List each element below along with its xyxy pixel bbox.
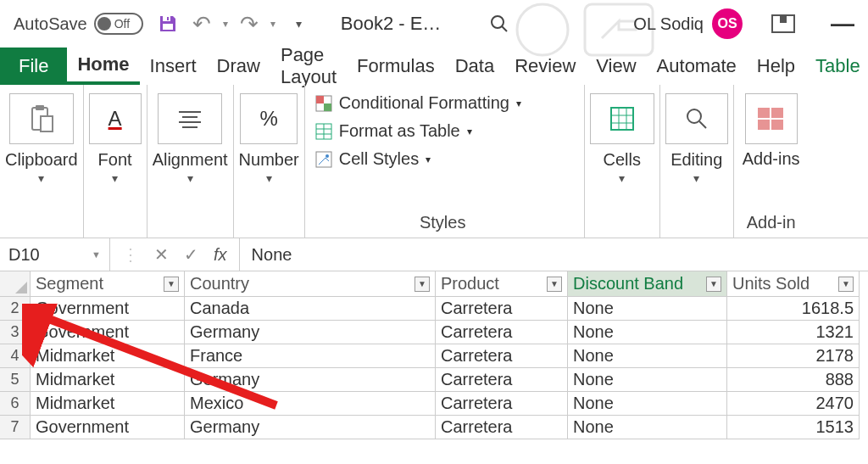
conditional-formatting-button[interactable]: Conditional Formatting ▾: [315, 93, 570, 113]
column-header-discount-band[interactable]: Discount Band ▼: [568, 271, 727, 297]
tab-review[interactable]: Review: [504, 48, 586, 85]
enter-icon[interactable]: ✓: [184, 244, 198, 265]
tab-data[interactable]: Data: [445, 48, 504, 85]
tab-table[interactable]: Table: [805, 48, 868, 85]
search-icon[interactable]: [488, 13, 510, 35]
fx-icon[interactable]: fx: [214, 245, 227, 265]
toggle-switch[interactable]: Off: [94, 13, 143, 35]
cell[interactable]: Midmarket: [31, 392, 185, 416]
column-header-country[interactable]: Country ▼: [185, 271, 436, 297]
chevron-down-icon[interactable]: ▾: [112, 171, 118, 185]
undo-icon[interactable]: ↶: [192, 11, 211, 37]
cells-label[interactable]: Cells: [603, 149, 640, 170]
chevron-down-icon[interactable]: ▾: [187, 171, 193, 185]
clipboard-label[interactable]: Clipboard: [5, 149, 78, 170]
cell-styles-button[interactable]: Cell Styles ▾: [315, 149, 570, 169]
user-account[interactable]: OL Sodiq OS: [633, 8, 743, 39]
alignment-icon[interactable]: [158, 93, 222, 144]
cell[interactable]: None: [568, 368, 727, 392]
percent-icon[interactable]: %: [240, 93, 297, 144]
cell[interactable]: Germany: [185, 416, 436, 439]
cell[interactable]: Carretera: [436, 416, 568, 439]
cell[interactable]: Government: [31, 321, 185, 344]
cell[interactable]: Germany: [185, 321, 436, 344]
cell[interactable]: 1513: [727, 416, 860, 439]
filter-dropdown-icon[interactable]: ▼: [164, 277, 179, 292]
cell[interactable]: 888: [727, 368, 860, 392]
addins-label[interactable]: Add-ins: [743, 149, 800, 169]
tab-file[interactable]: File: [0, 48, 67, 85]
tab-home[interactable]: Home: [67, 48, 139, 85]
ribbon-display-icon[interactable]: [771, 14, 795, 33]
column-header-units-sold[interactable]: Units Sold ▼: [727, 271, 860, 297]
formula-input[interactable]: None: [240, 245, 868, 265]
select-all-triangle[interactable]: [0, 271, 31, 297]
filter-dropdown-icon[interactable]: ▼: [547, 277, 562, 292]
cancel-icon[interactable]: ✕: [154, 244, 169, 265]
row-header[interactable]: 2: [0, 297, 31, 321]
addins-icon[interactable]: [745, 93, 798, 144]
cell[interactable]: Germany: [185, 368, 436, 392]
minimize-icon[interactable]: —: [831, 10, 854, 37]
column-header-segment[interactable]: Segment ▼: [31, 271, 185, 297]
cell[interactable]: Carretera: [436, 297, 568, 321]
tab-page-layout[interactable]: Page Layout: [270, 48, 347, 85]
editing-icon[interactable]: [665, 93, 728, 144]
filter-dropdown-icon[interactable]: ▼: [415, 277, 430, 292]
cell[interactable]: None: [568, 392, 727, 416]
tab-automate[interactable]: Automate: [647, 48, 747, 85]
cells-icon[interactable]: [590, 93, 654, 144]
filter-dropdown-icon[interactable]: ▼: [706, 277, 721, 292]
cell[interactable]: Carretera: [436, 392, 568, 416]
alignment-label[interactable]: Alignment: [153, 149, 228, 170]
cell[interactable]: Carretera: [436, 368, 568, 392]
cell[interactable]: Government: [31, 297, 185, 321]
column-header-product[interactable]: Product ▼: [436, 271, 568, 297]
chevron-down-icon[interactable]: ▼: [92, 249, 101, 260]
cell[interactable]: None: [568, 297, 727, 321]
font-label[interactable]: Font: [98, 149, 132, 170]
cell[interactable]: Mexico: [185, 392, 436, 416]
row-header[interactable]: 3: [0, 321, 31, 344]
cell[interactable]: None: [568, 416, 727, 439]
undo-dropdown-icon[interactable]: ▾: [223, 18, 228, 30]
cell[interactable]: Midmarket: [31, 368, 185, 392]
tab-formulas[interactable]: Formulas: [347, 48, 445, 85]
cell[interactable]: Midmarket: [31, 344, 185, 368]
chevron-down-icon[interactable]: ▾: [38, 171, 44, 185]
cell[interactable]: 1618.5: [727, 297, 860, 321]
autosave-toggle[interactable]: AutoSave Off: [14, 13, 143, 35]
cell[interactable]: None: [568, 344, 727, 368]
chevron-down-icon[interactable]: ▾: [693, 171, 699, 185]
cell[interactable]: 2178: [727, 344, 860, 368]
editing-label[interactable]: Editing: [670, 149, 722, 170]
number-label[interactable]: Number: [239, 149, 299, 170]
clipboard-icon[interactable]: [9, 93, 74, 144]
tab-insert[interactable]: Insert: [140, 48, 207, 85]
cell[interactable]: None: [568, 321, 727, 344]
redo-dropdown-icon[interactable]: ▾: [270, 18, 275, 30]
quick-access-dropdown-icon[interactable]: ▾: [296, 17, 302, 31]
chevron-down-icon[interactable]: ▾: [266, 171, 272, 185]
row-header[interactable]: 6: [0, 392, 31, 416]
name-box[interactable]: D10 ▼: [0, 238, 110, 271]
chevron-down-icon[interactable]: ▾: [619, 171, 625, 185]
cell[interactable]: Carretera: [436, 321, 568, 344]
cell[interactable]: 1321: [727, 321, 860, 344]
format-as-table-button[interactable]: Format as Table ▾: [315, 121, 570, 141]
cell[interactable]: Canada: [185, 297, 436, 321]
cell[interactable]: Government: [31, 416, 185, 439]
document-title[interactable]: Book2 - E…: [341, 13, 442, 35]
filter-dropdown-icon[interactable]: ▼: [838, 277, 854, 292]
redo-icon[interactable]: ↷: [240, 11, 259, 37]
row-header[interactable]: 4: [0, 344, 31, 368]
cell[interactable]: Carretera: [436, 344, 568, 368]
cell[interactable]: 2470: [727, 392, 860, 416]
font-icon[interactable]: A: [89, 93, 142, 144]
row-header[interactable]: 7: [0, 416, 31, 439]
row-header[interactable]: 5: [0, 368, 31, 392]
save-icon[interactable]: [157, 13, 179, 35]
tab-draw[interactable]: Draw: [207, 48, 270, 85]
cell[interactable]: France: [185, 344, 436, 368]
tab-help[interactable]: Help: [747, 48, 805, 85]
